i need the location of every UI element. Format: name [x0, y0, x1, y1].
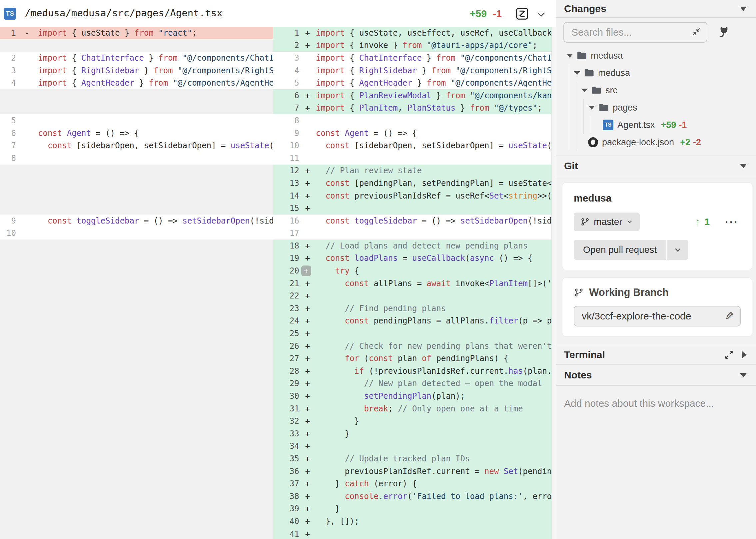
- diff-row[interactable]: 11: [273, 152, 551, 165]
- branch-selector[interactable]: master: [574, 213, 640, 231]
- diff-row[interactable]: 30+ setPendingPlan(plan);: [273, 390, 551, 402]
- changes-section-header[interactable]: Changes: [556, 0, 756, 17]
- collapse-triangle-icon[interactable]: [740, 7, 747, 11]
- diff-row[interactable]: 8: [273, 114, 551, 127]
- diff-row[interactable]: 31+ break; // Only open one at a time: [273, 402, 551, 415]
- diff-row[interactable]: 9 const toggleSidebar = () => setSidebar…: [0, 215, 273, 227]
- notes-input[interactable]: Add notes about this workspace...: [556, 386, 756, 421]
- tree-item-package-lock-json[interactable]: package-lock.json+2-2: [556, 134, 756, 151]
- terminal-section-header[interactable]: Terminal: [556, 345, 756, 364]
- diff-row[interactable]: 26+ // Check for new pending plans that …: [273, 340, 551, 352]
- chevron-down-icon[interactable]: [535, 9, 547, 22]
- diff-marker: +: [299, 479, 316, 488]
- code-line: for (const plan of pendingPlans) {: [316, 354, 551, 363]
- diff-row[interactable]: 23+ // Find pending plans: [273, 302, 551, 315]
- diff-row[interactable]: 7 const [sidebarOpen, setSidebarOpen] = …: [0, 139, 273, 152]
- line-number: 13: [273, 179, 299, 188]
- tree-item-pages[interactable]: pages: [556, 99, 756, 116]
- notes-section-header[interactable]: Notes: [556, 365, 756, 385]
- edit-pencil-icon[interactable]: ✎: [725, 310, 734, 322]
- diff-row[interactable]: 35+ // Update tracked plan IDs: [273, 452, 551, 465]
- diff-marker: +: [299, 354, 316, 363]
- pull-request-dropdown-button[interactable]: [667, 240, 688, 260]
- expanded-triangle-icon[interactable]: [567, 54, 573, 58]
- expand-icon[interactable]: [724, 350, 734, 359]
- diff-viewer: TS /medusa/medusa/src/pages/Agent.tsx +5…: [0, 0, 556, 539]
- git-section-header[interactable]: Git: [556, 156, 756, 176]
- diff-row[interactable]: 5: [0, 114, 273, 127]
- working-branch-input[interactable]: vk/3ccf-explore-the-code ✎: [574, 306, 741, 326]
- diff-row[interactable]: 7+import { PlanItem, PlanStatus } from "…: [273, 102, 551, 115]
- code-line: const Agent = () => {: [316, 129, 551, 138]
- diff-row[interactable]: 13+ const [pendingPlan, setPendingPlan] …: [273, 177, 551, 190]
- diff-scroll-gutter[interactable]: [551, 27, 556, 539]
- tree-item-medusa[interactable]: medusa: [556, 47, 756, 64]
- collapse-tree-icon[interactable]: [691, 27, 701, 38]
- cat-icon[interactable]: [715, 24, 731, 42]
- code-line: import { ChatInterface } from "@/compone…: [316, 53, 551, 63]
- diff-marker: +: [299, 166, 316, 175]
- add-comment-button[interactable]: +: [301, 266, 311, 276]
- line-number: 16: [273, 216, 299, 226]
- diff-row[interactable]: 15+: [273, 202, 551, 215]
- expanded-triangle-icon[interactable]: [581, 89, 587, 92]
- tree-item-src[interactable]: src: [556, 82, 756, 99]
- split-diff-view-icon[interactable]: [514, 6, 530, 23]
- diff-row[interactable]: 39+ }: [273, 503, 551, 515]
- diff-row[interactable]: 2+import { invoke } from "@tauri-apps/ap…: [273, 39, 551, 52]
- diff-row[interactable]: 38+ console.error('Failed to load plans:…: [273, 490, 551, 503]
- diff-row[interactable]: 17: [273, 227, 551, 240]
- diff-row[interactable]: 32+ }: [273, 415, 551, 427]
- diff-row[interactable]: 9const Agent = () => {: [273, 127, 551, 140]
- diff-row[interactable]: 10 const [sidebarOpen, setSidebarOpen] =…: [273, 139, 551, 152]
- diff-row[interactable]: 2import { ChatInterface } from "@/compon…: [0, 52, 273, 64]
- expand-right-triangle-icon[interactable]: [742, 351, 747, 358]
- diff-row[interactable]: 16 const toggleSidebar = () => setSideba…: [273, 215, 551, 227]
- diff-row[interactable]: 8: [0, 152, 273, 165]
- branch-row: master ↑ 1 ···: [574, 213, 741, 231]
- tree-item-medusa[interactable]: medusa: [556, 64, 756, 82]
- diff-row[interactable]: 1-import { useState } from "react";: [0, 27, 273, 39]
- diff-row[interactable]: 12+ // Plan review state: [273, 165, 551, 177]
- line-number: 5: [0, 116, 16, 125]
- diff-row[interactable]: 22+: [273, 289, 551, 302]
- more-options-icon[interactable]: ···: [725, 216, 739, 228]
- diff-row[interactable]: 21+ const allPlans = await invoke<PlanIt…: [273, 277, 551, 290]
- diff-marker: +: [299, 517, 316, 526]
- diff-row[interactable]: 4import { AgentHeader } from "@/componen…: [0, 77, 273, 89]
- diff-row[interactable]: 24+ const pendingPlans = allPlans.filter…: [273, 315, 551, 327]
- collapse-triangle-icon[interactable]: [740, 164, 747, 168]
- diff-row[interactable]: 25+: [273, 327, 551, 340]
- diff-row[interactable]: 37+ } catch (error) {: [273, 477, 551, 490]
- diff-filler-row: [0, 102, 273, 115]
- diff-row[interactable]: 4import { RightSidebar } from "@/compone…: [273, 64, 551, 77]
- collapse-triangle-icon[interactable]: [740, 373, 747, 377]
- expanded-triangle-icon[interactable]: [589, 106, 595, 110]
- diff-row[interactable]: 36+ previousPlanIdsRef.current = new Set…: [273, 465, 551, 478]
- diff-row[interactable]: 6+import { PlanReviewModal } from "@/com…: [273, 89, 551, 102]
- tree-item-agent-tsx[interactable]: TSAgent.tsx+59-1: [556, 116, 756, 134]
- diff-row[interactable]: 18+ // Load plans and detect new pending…: [273, 240, 551, 252]
- diff-row[interactable]: 33+ }: [273, 427, 551, 440]
- diff-row[interactable]: 6const Agent = () => {: [0, 127, 273, 140]
- diff-row[interactable]: 14+ const previousPlanIdsRef = useRef<Se…: [273, 190, 551, 202]
- deletions-count: -1: [493, 8, 502, 19]
- diff-row[interactable]: 3import { ChatInterface } from "@/compon…: [273, 52, 551, 64]
- diff-row[interactable]: 20+ try {+: [273, 265, 551, 277]
- diff-row[interactable]: 10: [0, 227, 273, 240]
- diff-row[interactable]: 1+import { useState, useEffect, useRef, …: [273, 27, 551, 39]
- diff-row[interactable]: 28+ if (!previousPlanIdsRef.current.has(…: [273, 365, 551, 377]
- open-pull-request-button[interactable]: Open pull request: [574, 240, 666, 260]
- commits-ahead[interactable]: ↑ 1: [695, 217, 710, 228]
- diff-row[interactable]: 3import { RightSidebar } from "@/compone…: [0, 64, 273, 77]
- diff-row[interactable]: 40+ }, []);: [273, 515, 551, 528]
- diff-row[interactable]: 41+: [273, 528, 551, 539]
- diff-row[interactable]: 19+ const loadPlans = useCallback(async …: [273, 252, 551, 265]
- diff-row[interactable]: 27+ for (const plan of pendingPlans) {: [273, 352, 551, 365]
- diff-row[interactable]: 29+ // New plan detected — open the moda…: [273, 377, 551, 390]
- search-files-input[interactable]: Search files...: [563, 22, 707, 43]
- diff-row[interactable]: 5import { AgentHeader } from "@/componen…: [273, 77, 551, 89]
- diff-pane-new: 1+import { useState, useEffect, useRef, …: [273, 27, 551, 539]
- diff-row[interactable]: 34+: [273, 440, 551, 453]
- expanded-triangle-icon[interactable]: [574, 71, 580, 75]
